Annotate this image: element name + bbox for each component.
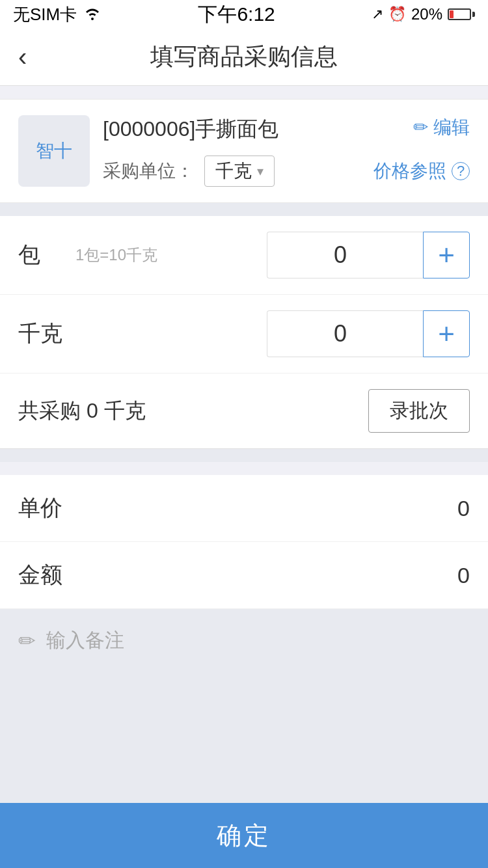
unit-select[interactable]: 千克 ▾ bbox=[204, 156, 275, 187]
amount-row: 金额 0 bbox=[0, 542, 488, 609]
qty-input-bao[interactable] bbox=[267, 232, 423, 278]
product-thumb-text: 智十 bbox=[36, 140, 72, 162]
unit-price-value: 0 bbox=[457, 496, 470, 521]
qty-plus-kg[interactable]: + bbox=[423, 310, 470, 357]
price-ref-link[interactable]: 价格参照 ? bbox=[373, 159, 470, 183]
status-left: 无SIM卡 bbox=[13, 3, 102, 26]
carrier-label: 无SIM卡 bbox=[13, 3, 77, 26]
price-ref-help-icon: ? bbox=[452, 162, 470, 180]
status-time: 下午6:12 bbox=[198, 1, 275, 28]
edit-button[interactable]: ✏ 编辑 bbox=[413, 115, 470, 140]
notes-icon: ✏ bbox=[18, 629, 36, 653]
quantity-section: 包 1包=10千克 + 千克 + bbox=[0, 216, 488, 373]
back-button[interactable]: ‹ bbox=[18, 42, 27, 72]
page-title: 填写商品采购信息 bbox=[150, 41, 338, 73]
qty-input-kg[interactable] bbox=[267, 310, 423, 357]
quantity-row-kg: 千克 + bbox=[0, 295, 488, 373]
quantity-row-bao: 包 1包=10千克 + bbox=[0, 216, 488, 295]
unit-value: 千克 bbox=[215, 159, 252, 183]
qty-label-kg: 千克 bbox=[18, 319, 70, 349]
product-card: 智十 [0000006]手撕面包 采购单位： 千克 ▾ 价格参照 ? ✏ 编辑 bbox=[0, 99, 488, 203]
unit-price-label: 单价 bbox=[18, 493, 62, 523]
status-bar: 无SIM卡 下午6:12 ↗ ⏰ 20% bbox=[0, 0, 488, 29]
location-icon: ↗ bbox=[372, 6, 383, 23]
qty-input-group-bao: + bbox=[267, 232, 470, 278]
total-label: 共采购 0 千克 bbox=[18, 397, 146, 426]
alarm-icon: ⏰ bbox=[388, 6, 406, 23]
status-right: ↗ ⏰ 20% bbox=[372, 5, 475, 23]
price-ref-label: 价格参照 bbox=[373, 159, 446, 183]
qty-plus-bao[interactable]: + bbox=[423, 232, 470, 278]
product-thumbnail: 智十 bbox=[18, 115, 90, 187]
confirm-button[interactable]: 确定 bbox=[0, 803, 488, 868]
section-divider-2 bbox=[0, 449, 488, 462]
unit-price-row: 单价 0 bbox=[0, 475, 488, 542]
product-unit-row: 采购单位： 千克 ▾ 价格参照 ? bbox=[103, 156, 470, 187]
section-divider-1 bbox=[0, 203, 488, 216]
battery-pct-label: 20% bbox=[411, 5, 442, 23]
total-row: 共采购 0 千克 录批次 bbox=[0, 373, 488, 449]
notes-placeholder: 输入备注 bbox=[46, 627, 124, 654]
amount-value: 0 bbox=[457, 563, 470, 588]
unit-arrow: ▾ bbox=[257, 163, 264, 179]
batch-button[interactable]: 录批次 bbox=[368, 389, 470, 433]
qty-sublabel-bao: 1包=10千克 bbox=[75, 245, 157, 265]
notes-section[interactable]: ✏ 输入备注 bbox=[0, 609, 488, 672]
amount-label: 金额 bbox=[18, 560, 62, 590]
battery-icon bbox=[448, 8, 475, 20]
price-section: 单价 0 金额 0 bbox=[0, 475, 488, 609]
qty-input-group-kg: + bbox=[267, 310, 470, 357]
wifi-icon bbox=[83, 5, 102, 25]
qty-label-bao: 包 bbox=[18, 240, 70, 270]
nav-bar: ‹ 填写商品采购信息 bbox=[0, 29, 488, 86]
unit-label: 采购单位： bbox=[103, 159, 194, 183]
